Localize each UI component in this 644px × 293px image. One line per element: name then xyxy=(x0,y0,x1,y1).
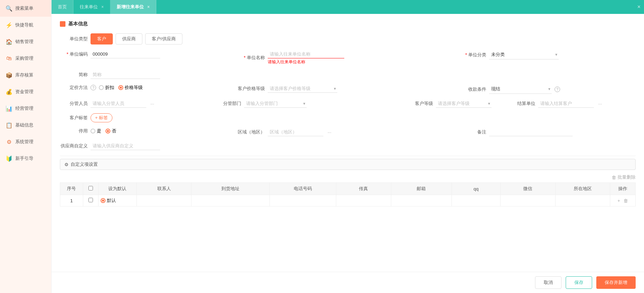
add-tag-btn[interactable]: + 标签 xyxy=(91,113,112,122)
department-chevron: ▾ xyxy=(303,101,307,106)
supplier-custom-input[interactable] xyxy=(91,142,160,150)
system-icon: ⚙ xyxy=(6,138,13,145)
customer-price-level-input[interactable] xyxy=(268,84,334,92)
tab-partner-list[interactable]: 往来单位 × xyxy=(73,0,110,14)
settlement-unit-more-btn[interactable]: ··· xyxy=(597,101,603,106)
select-all-checkbox[interactable] xyxy=(88,186,93,190)
tab-home[interactable]: 首页 xyxy=(52,0,73,14)
save-button[interactable]: 保存 xyxy=(566,276,592,289)
row-checkbox[interactable] xyxy=(88,198,93,202)
disabled-region-row: 停用 是 否 区域（地区） ··· 备注 xyxy=(60,128,636,136)
disabled-field: 停用 是 否 xyxy=(60,128,237,134)
notes-input[interactable] xyxy=(489,128,573,136)
region-label: 区域（地区） xyxy=(237,129,265,135)
region-table-input[interactable] xyxy=(569,198,597,203)
department-label: 分管部门 xyxy=(213,100,241,107)
sidebar-item-inventory[interactable]: 📦 库存核算 xyxy=(0,67,51,83)
sidebar-item-purchase[interactable]: 🛍 采购管理 xyxy=(0,50,51,67)
region-more-btn[interactable]: ··· xyxy=(326,130,333,135)
table-row: 1 默认 xyxy=(60,195,636,206)
notes-field: 备注 xyxy=(458,128,636,136)
tab-partner-list-close[interactable]: × xyxy=(101,5,104,9)
delete-row-btn[interactable]: 🗑 xyxy=(623,198,628,203)
sidebar-item-label: 基础信息 xyxy=(15,122,33,128)
phone-input[interactable] xyxy=(285,198,320,203)
customer-level-chevron: ▾ xyxy=(488,101,492,106)
custom-settings-btn[interactable]: ⚙ 自定义项设置 xyxy=(60,159,636,170)
contact-input[interactable] xyxy=(150,198,178,203)
pricing-help-icon[interactable]: ? xyxy=(91,85,96,90)
payment-terms-help-icon[interactable]: ? xyxy=(555,87,560,92)
col-wechat: 微信 xyxy=(501,183,555,195)
customer-price-level-field: 客户价格等级 ▾ xyxy=(237,84,458,93)
close-all-tabs[interactable]: × xyxy=(637,4,641,10)
pricing-discount-radio[interactable]: 折扣 xyxy=(99,84,114,91)
cell-action: + 🗑 xyxy=(610,195,635,206)
custom-settings-label: 自定义项设置 xyxy=(71,161,98,168)
unit-type-row: 单位类型 客户 供应商 客户/供应商 xyxy=(60,33,636,44)
settlement-unit-input[interactable] xyxy=(538,99,594,108)
unit-name-input[interactable] xyxy=(268,50,344,58)
manager-input[interactable] xyxy=(91,99,146,108)
new-guide-icon: 🔰 xyxy=(6,155,13,162)
batch-delete-label[interactable]: 批量删除 xyxy=(618,174,636,180)
department-field: 分管部门 ▾ xyxy=(213,99,405,108)
short-name-input[interactable] xyxy=(91,71,160,79)
sidebar-item-label: 采购管理 xyxy=(15,55,33,62)
sidebar-item-quick-nav[interactable]: ⚡ 快捷导航 xyxy=(0,17,51,33)
section-header: 基本信息 xyxy=(60,21,636,27)
tab-add-partner[interactable]: 新增往来单位 × xyxy=(110,0,156,14)
add-row-btn[interactable]: + xyxy=(618,198,620,203)
pricing-radio-group: 折扣 价格等级 xyxy=(99,84,143,91)
save-new-button[interactable]: 保存并新增 xyxy=(596,276,636,289)
unit-code-input[interactable] xyxy=(91,50,160,58)
customer-price-level-select[interactable]: ▾ xyxy=(268,84,337,93)
sidebar-item-new-guide[interactable]: 🔰 新手引导 xyxy=(0,150,51,167)
sidebar-item-operations[interactable]: 📊 经营管理 xyxy=(0,100,51,117)
region-input[interactable] xyxy=(268,128,323,136)
cancel-button[interactable]: 取消 xyxy=(535,276,561,289)
unit-name-wrap: 请输入往来单位名称 xyxy=(268,50,344,65)
unit-type-supplier-btn[interactable]: 供应商 xyxy=(116,33,142,44)
unit-category-select[interactable]: 未分类 ▾ xyxy=(489,50,559,59)
customer-level-select[interactable]: ▾ xyxy=(436,99,492,108)
address-input[interactable] xyxy=(210,198,251,203)
cell-seq: 1 xyxy=(60,195,83,206)
customer-level-input[interactable] xyxy=(436,99,488,107)
code-name-category-row: 单位编码 单位名称 请输入往来单位名称 单位分类 未分类 ▾ xyxy=(60,50,636,65)
supplier-custom-field: 供应商自定义 xyxy=(60,142,636,150)
default-radio[interactable]: 默认 xyxy=(101,197,134,204)
unit-type-customer-btn[interactable]: 客户 xyxy=(91,33,113,44)
manager-more-btn[interactable]: ··· xyxy=(149,101,156,106)
email-input[interactable] xyxy=(406,198,437,203)
unit-code-label: 单位编码 xyxy=(60,51,88,57)
table-body: 1 默认 xyxy=(60,195,636,206)
tabbar: 首页 往来单位 × 新增往来单位 × × xyxy=(52,0,644,14)
sidebar-item-search[interactable]: 🔍 搜索菜单 xyxy=(0,0,51,17)
sidebar-item-basic-info[interactable]: 📋 基础信息 xyxy=(0,117,51,133)
department-select[interactable]: ▾ xyxy=(244,99,307,108)
disabled-yes-radio[interactable]: 是 xyxy=(91,128,101,134)
tab-add-partner-close[interactable]: × xyxy=(147,5,150,9)
sidebar-item-system[interactable]: ⚙ 系统管理 xyxy=(0,133,51,150)
pricing-discount-circle xyxy=(99,85,104,90)
fax-input[interactable] xyxy=(350,198,377,203)
department-input[interactable] xyxy=(244,99,303,107)
disabled-yes-circle xyxy=(91,129,95,133)
unit-name-error: 请输入往来单位名称 xyxy=(268,59,344,65)
supplier-custom-row: 供应商自定义 xyxy=(60,142,636,150)
cell-phone xyxy=(270,195,336,206)
payment-terms-select[interactable]: 现结 ▾ xyxy=(489,84,552,94)
sidebar-item-sales[interactable]: 🏠 销售管理 xyxy=(0,33,51,50)
pricing-method-field: 定价方法 ? 折扣 价格等级 xyxy=(60,84,237,91)
pricing-level-radio[interactable]: 价格等级 xyxy=(118,84,143,91)
basic-info-icon: 📋 xyxy=(6,122,13,129)
disabled-no-radio[interactable]: 否 xyxy=(105,128,116,134)
sidebar-item-finance[interactable]: 💰 资金管理 xyxy=(0,83,51,100)
wechat-input[interactable] xyxy=(514,198,542,203)
unit-type-both-btn[interactable]: 客户/供应商 xyxy=(145,33,182,44)
disabled-no-circle xyxy=(105,129,110,133)
qq-input[interactable] xyxy=(464,198,488,203)
manager-row: 分管人员 ··· 分管部门 ▾ 客户等级 ▾ 结算单位 xyxy=(60,99,636,108)
notes-label: 备注 xyxy=(458,129,486,135)
